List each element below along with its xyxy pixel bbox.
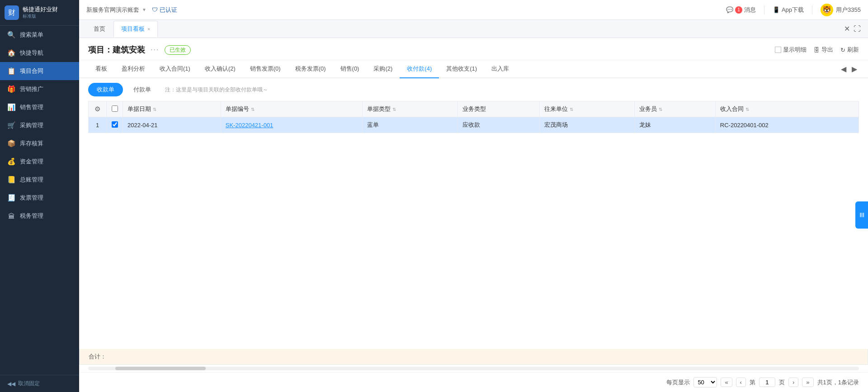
sidebar-item-marketing[interactable]: 🎁营销推广 xyxy=(0,80,79,98)
tab-project-board[interactable]: 项目看板 × xyxy=(113,21,158,37)
col-number: 单据编号 ⇅ xyxy=(221,101,363,117)
per-page-label: 每页显示 xyxy=(666,378,690,387)
certified-badge: 🛡 已认证 xyxy=(152,6,177,14)
sidebar-item-label: 税务管理 xyxy=(20,212,43,220)
subnav-next-btn[interactable]: ▶ xyxy=(850,65,859,73)
content: 项目：建筑安装 ··· 已生效 显示明细 🗄 导出 ↻ 刷新 xyxy=(79,38,868,392)
col-number-sort[interactable]: ⇅ xyxy=(251,107,255,112)
cell-income-contract: RC-20220401-002 xyxy=(715,117,859,133)
pagination-first-btn[interactable]: « xyxy=(721,378,732,387)
message-btn[interactable]: 💬 1 消息 xyxy=(726,6,756,14)
scrollbar-track xyxy=(88,367,859,370)
pagination: 每页显示 50 100 200 « ‹ 第 页 › » 共1页，1条记录 xyxy=(79,372,868,392)
subnav-item-sales[interactable]: 销售(0) xyxy=(333,60,367,78)
unpin-icon: ◀◀ xyxy=(7,381,15,387)
subnav-item-tax_invoice[interactable]: 税务发票(0) xyxy=(288,60,333,78)
topbar-actions: 💬 1 消息 📱 App下载 🐯 用户3355 xyxy=(726,4,861,16)
project-more-btn[interactable]: ··· xyxy=(151,46,159,54)
window-close-btn[interactable]: ✕ xyxy=(844,24,850,33)
show-detail-checkbox[interactable] xyxy=(775,47,781,53)
sidebar-item-label: 搜索菜单 xyxy=(20,31,43,39)
table-row[interactable]: 1 2022-04-21 SK-20220421-001 蓝单 应收款 宏茂商场… xyxy=(89,117,859,133)
pagination-next-btn[interactable]: › xyxy=(788,378,798,387)
tab-close-icon[interactable]: × xyxy=(147,26,150,32)
subnav-item-other_expense[interactable]: 其他收支(1) xyxy=(439,60,484,78)
page-label: 第 xyxy=(750,378,755,387)
subnav-arrows: ◀ ▶ xyxy=(839,65,859,73)
window-expand-btn[interactable]: ⛶ xyxy=(854,25,861,33)
export-btn[interactable]: 🗄 导出 xyxy=(814,46,833,54)
col-settings: ⚙ xyxy=(89,101,107,117)
pagination-last-btn[interactable]: » xyxy=(802,378,813,387)
float-panel-btn[interactable]: ≡ xyxy=(855,201,868,229)
user-label: 用户3355 xyxy=(836,6,861,14)
col-salesperson-sort[interactable]: ⇅ xyxy=(659,107,662,112)
message-label: 消息 xyxy=(744,6,756,14)
subtab-note: 注：这里是与项目关联的全部收付款单哦～ xyxy=(165,86,268,94)
sidebar-item-search[interactable]: 🔍搜索菜单 xyxy=(0,26,79,44)
sidebar-item-inventory[interactable]: 📦库存核算 xyxy=(0,134,79,153)
settings-icon[interactable]: ⚙ xyxy=(94,105,100,113)
subtab-payment-btn[interactable]: 付款单 xyxy=(125,83,160,96)
show-detail-btn[interactable]: 显示明细 xyxy=(775,46,807,54)
col-number-label: 单据编号 xyxy=(226,105,249,113)
sidebar-item-invoice[interactable]: 🧾发票管理 xyxy=(0,189,79,207)
pagination-prev-btn[interactable]: ‹ xyxy=(736,378,746,387)
col-partner: 往来单位 ⇅ xyxy=(539,101,635,117)
search-icon: 🔍 xyxy=(7,31,15,39)
project-status-badge: 已生效 xyxy=(165,45,191,55)
account-selector[interactable]: 新服务官网演示账套 ▼ xyxy=(86,6,146,14)
sidebar-item-quick[interactable]: 🏠快捷导航 xyxy=(0,44,79,62)
subnav-item-kanban[interactable]: 看板 xyxy=(88,60,114,78)
refresh-btn[interactable]: ↻ 刷新 xyxy=(840,46,859,54)
shield-icon: 🛡 xyxy=(152,6,158,13)
col-partner-sort[interactable]: ⇅ xyxy=(570,107,573,112)
per-page-select[interactable]: 50 100 200 xyxy=(693,377,717,387)
capital-icon: 💰 xyxy=(7,158,15,166)
subnav-item-income_contract[interactable]: 收入合同(1) xyxy=(152,60,198,78)
user-menu[interactable]: 🐯 用户3355 xyxy=(821,4,861,16)
float-panel-icon: ≡ xyxy=(857,212,867,218)
tab-home[interactable]: 首页 xyxy=(86,21,113,37)
subnav-item-inout[interactable]: 出入库 xyxy=(484,60,516,78)
logo-icon: 财 xyxy=(8,8,15,18)
subnav-item-profit[interactable]: 盈利分析 xyxy=(114,60,152,78)
page-input[interactable] xyxy=(759,378,775,387)
show-detail-label: 显示明细 xyxy=(783,46,807,54)
cell-checkbox[interactable] xyxy=(107,117,123,133)
cell-salesperson: 龙妹 xyxy=(635,117,715,133)
cell-number[interactable]: SK-20220421-001 xyxy=(221,117,363,133)
sum-label: 合计： xyxy=(89,353,106,360)
subnav-item-purchase[interactable]: 采购(2) xyxy=(366,60,400,78)
inventory-icon: 📦 xyxy=(7,139,15,148)
sidebar-item-purchase[interactable]: 🛒采购管理 xyxy=(0,116,79,134)
subnav-item-payment[interactable]: 收付款(4) xyxy=(400,60,439,78)
export-icon: 🗄 xyxy=(814,47,820,53)
subnav-item-income_confirm[interactable]: 收入确认(2) xyxy=(198,60,243,78)
sidebar-item-tax[interactable]: 🏛税务管理 xyxy=(0,207,79,225)
sidebar-item-sales[interactable]: 📊销售管理 xyxy=(0,98,79,116)
subtabs: 收款单 付款单 注：这里是与项目关联的全部收付款单哦～ xyxy=(79,78,868,101)
sidebar-item-capital[interactable]: 💰资金管理 xyxy=(0,153,79,171)
col-date-sort[interactable]: ⇅ xyxy=(153,107,156,112)
sidebar-item-contract[interactable]: 📋项目合同 xyxy=(0,62,79,80)
col-type-sort[interactable]: ⇅ xyxy=(392,107,396,112)
sidebar-unpin[interactable]: ◀◀ 取消固定 xyxy=(0,375,79,392)
pagination-total: 共1页，1条记录 xyxy=(817,378,859,387)
col-income-contract-sort[interactable]: ⇅ xyxy=(745,107,749,112)
project-header: 项目：建筑安装 ··· 已生效 显示明细 🗄 导出 ↻ 刷新 xyxy=(79,38,868,60)
project-header-right: 显示明细 🗄 导出 ↻ 刷新 xyxy=(775,46,859,54)
message-icon: 💬 xyxy=(726,6,733,13)
subnav-item-sales_invoice[interactable]: 销售发票(0) xyxy=(243,60,288,78)
app-label: App下载 xyxy=(782,6,804,14)
cell-index: 1 xyxy=(89,117,107,133)
project-name: 建筑安装 xyxy=(113,45,145,54)
select-all-checkbox[interactable] xyxy=(112,105,118,112)
scrollbar-thumb[interactable] xyxy=(115,367,206,370)
subnav-prev-btn[interactable]: ◀ xyxy=(839,65,848,73)
marketing-icon: 🎁 xyxy=(7,85,15,93)
app-download-btn[interactable]: 📱 App下载 xyxy=(773,6,804,14)
content-wrapper: 项目：建筑安装 ··· 已生效 显示明细 🗄 导出 ↻ 刷新 xyxy=(79,38,868,392)
sidebar-item-ledger[interactable]: 📒总账管理 xyxy=(0,171,79,189)
subtab-receipt-btn[interactable]: 收款单 xyxy=(88,83,123,96)
